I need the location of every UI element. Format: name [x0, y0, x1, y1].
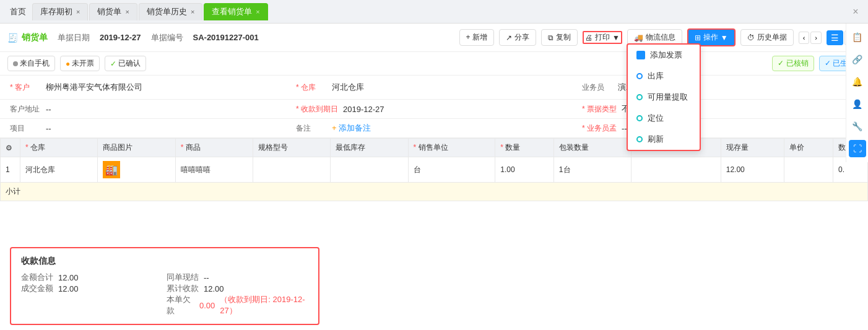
- customer-value: 柳州粤港平安气体有限公司: [46, 82, 142, 93]
- tab-sales-history-close[interactable]: ×: [191, 8, 194, 15]
- locate-label: 定位: [648, 113, 664, 124]
- col-min-stock: 最低库存: [331, 139, 408, 157]
- transaction-label: 成交金额: [21, 283, 53, 294]
- from-phone-button[interactable]: 来自手机: [7, 56, 55, 71]
- refresh-item[interactable]: 刷新: [628, 129, 700, 150]
- warehouse-value: 河北仓库: [332, 82, 364, 93]
- locate-icon: [636, 115, 643, 121]
- warehouse-label: * 仓库: [296, 82, 327, 93]
- doc-meta: 单据日期 2019-12-27 单据编号 SA-20191227-001: [58, 32, 259, 43]
- same-order-value: --: [204, 273, 209, 282]
- print-button[interactable]: 🖨 打印 ▼: [583, 31, 622, 44]
- confirm-button[interactable]: ✓ 已确认: [105, 56, 146, 71]
- row-no: 1: [1, 157, 20, 183]
- sidebar-icon-2[interactable]: 🔗: [849, 51, 866, 68]
- address-label: 客户地址: [10, 104, 41, 115]
- outbound-icon: [636, 73, 643, 79]
- form-area-2: 客户地址 -- * 收款到期日 2019-12-27 * 票据类型 不开票: [0, 100, 868, 119]
- row-min-stock: [331, 157, 408, 183]
- sidebar-icon-3[interactable]: 🔔: [849, 73, 866, 90]
- salesperson-label: * 业务员孟: [582, 123, 617, 134]
- add-note-button[interactable]: + 添加备注: [332, 123, 371, 134]
- row-qty: 1.00: [495, 157, 554, 183]
- payment-date-label: * 收款到期日: [296, 104, 338, 115]
- project-row: 项目 --: [10, 123, 286, 134]
- tab-view-sales[interactable]: 查看销货单 ×: [204, 3, 267, 20]
- payment-date-row: * 收款到期日 2019-12-27: [296, 103, 572, 115]
- new-button[interactable]: + 新增: [459, 29, 494, 46]
- table-area: ⚙ * 仓库 商品图片 * 商品 规格型号 最低库存 * 销售单位 * 数量 包…: [0, 138, 868, 242]
- row-spec: [253, 157, 330, 183]
- prev-button[interactable]: ‹: [799, 32, 810, 44]
- col-spec: 规格型号: [253, 139, 330, 157]
- toolbar2: 来自手机 ● 未开票 ✓ 已确认 ✓ 已核销 ✓ 已生效: [0, 52, 868, 76]
- list-view-button[interactable]: ☰: [827, 30, 843, 45]
- employee-label: 业务员: [582, 82, 613, 93]
- locate-item[interactable]: 定位: [628, 108, 700, 129]
- available-qty-icon: [636, 94, 643, 100]
- subtotal-row: 小计: [1, 183, 868, 201]
- col-pack-qty: 包装数量: [553, 139, 631, 157]
- note-row: 备注 + 添加备注: [296, 123, 572, 134]
- available-qty-label: 可用量提取: [648, 92, 688, 103]
- next-button[interactable]: ›: [810, 32, 822, 44]
- doc-type-label: 销货单: [22, 32, 48, 43]
- outbound-item[interactable]: 出库: [628, 66, 700, 87]
- phone-dot: [13, 61, 18, 66]
- col-current: 现存量: [721, 139, 784, 157]
- sidebar-icon-1[interactable]: 📋: [849, 28, 866, 46]
- sidebar-icon-4[interactable]: 👤: [849, 95, 866, 113]
- product-image-icon: 🏭: [105, 164, 118, 176]
- tab-inventory[interactable]: 库存期初 ×: [32, 3, 88, 20]
- payment-info-title: 收款信息: [21, 256, 308, 267]
- history-icon: ⏱: [747, 33, 755, 42]
- address-value: --: [46, 105, 51, 114]
- window-close-button[interactable]: ×: [848, 4, 863, 19]
- available-qty-item[interactable]: 可用量提取: [628, 87, 700, 108]
- ticket-type-label: * 票据类型: [582, 104, 617, 115]
- print-dropdown-arrow: ▼: [612, 33, 620, 42]
- share-icon: ↗: [506, 33, 512, 42]
- date-value: 2019-12-27: [100, 33, 141, 42]
- due-label: 本单欠款: [167, 294, 194, 316]
- same-order-row: 同单现结 --: [167, 272, 308, 283]
- doc-header: 🧾 销货单 单据日期 2019-12-27 单据编号 SA-20191227-0…: [0, 24, 868, 52]
- tab-home[interactable]: 首页: [5, 6, 31, 17]
- tab-sales-close[interactable]: ×: [125, 8, 129, 15]
- outbound-label: 出库: [648, 71, 664, 82]
- due-note: （收款到期日: 2019-12-27）: [220, 294, 308, 316]
- payment-date-value: 2019-12-27: [343, 105, 384, 114]
- project-label: 项目: [10, 123, 41, 134]
- tab-inventory-close[interactable]: ×: [76, 8, 80, 15]
- sidebar-icon-5[interactable]: 🔧: [849, 118, 866, 135]
- confirm-icon: ✓: [110, 59, 116, 68]
- not-open-button[interactable]: ● 未开票: [60, 56, 100, 71]
- tab-sales-history[interactable]: 销货单历史 ×: [139, 3, 202, 20]
- tab-view-sales-close[interactable]: ×: [256, 8, 259, 15]
- address-row: 客户地址 --: [10, 103, 286, 115]
- col-qty: * 数量: [495, 139, 554, 157]
- ops-dropdown-arrow: ▼: [721, 33, 728, 42]
- form-area-3: 项目 -- 备注 + 添加备注 * 业务员孟 --: [0, 119, 868, 138]
- cumulative-label: 累计收款: [167, 283, 199, 294]
- add-invoice-item[interactable]: 添加发票: [628, 45, 700, 66]
- cancel-icon: ✓: [778, 59, 784, 67]
- tab-sales[interactable]: 销货单 ×: [89, 3, 137, 20]
- cumulative-row: 累计收款 12.00: [167, 283, 308, 294]
- nav-arrows: ‹ ›: [799, 32, 822, 44]
- history-button[interactable]: ⏱ 历史单据: [740, 29, 794, 46]
- share-button[interactable]: ↗ 分享: [499, 29, 536, 46]
- logistics-icon: 🚚: [634, 33, 643, 42]
- tab-bar: 首页 库存期初 × 销货单 × 销货单历史 × 查看销货单 × ×: [0, 0, 868, 24]
- row-product: 嘻嘻嘻嘻: [175, 157, 253, 183]
- salesperson-row: * 业务员孟 --: [582, 123, 858, 134]
- copy-button[interactable]: ⧉ 复制: [541, 29, 578, 46]
- sidebar-icon-6[interactable]: ⛶: [849, 140, 866, 157]
- total-row: 金额合计 12.00: [21, 272, 163, 283]
- subtotal-cell: 小计: [1, 183, 868, 201]
- row-warehouse: 河北仓库: [20, 157, 98, 183]
- cancel-status-button[interactable]: ✓ 已核销: [772, 56, 814, 71]
- add-note-icon: +: [332, 123, 337, 132]
- transaction-value: 12.00: [58, 284, 79, 293]
- cumulative-value: 12.00: [204, 284, 224, 293]
